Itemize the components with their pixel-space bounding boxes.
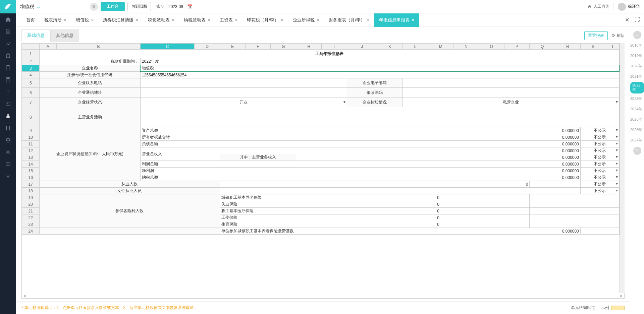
scroll-right-icon[interactable]: ► xyxy=(619,294,624,298)
col-header[interactable]: K xyxy=(377,44,402,50)
cell-group-label[interactable]: 企业资产状况信息(币种：人民币万元) xyxy=(39,127,140,181)
cell[interactable] xyxy=(140,88,347,98)
cell-label[interactable]: 负债总额 xyxy=(140,141,220,147)
tab-企业所得税[interactable]: 企业所得税× xyxy=(288,13,324,27)
col-header[interactable]: E xyxy=(220,44,245,50)
cell[interactable] xyxy=(220,188,580,194)
col-header[interactable]: S xyxy=(580,44,606,50)
cell-label[interactable]: 生育保险 xyxy=(220,221,347,228)
dropdown-public[interactable]: 不公示 xyxy=(580,174,619,181)
cell-label[interactable]: 所有者权益合计 xyxy=(140,134,220,141)
cell[interactable]: 0.000000 xyxy=(220,141,580,147)
nav-chart[interactable] xyxy=(0,38,16,50)
tab-首页[interactable]: 首页 xyxy=(21,13,40,27)
cell[interactable]: 0.000000 xyxy=(220,127,580,134)
cell[interactable]: 0 xyxy=(347,201,530,208)
dropdown-public[interactable]: 不公示 xyxy=(580,147,619,154)
cell-label[interactable]: 利润总额 xyxy=(140,161,220,168)
scroll-left-icon[interactable]: ◄ xyxy=(22,294,27,298)
row-header[interactable]: 22 xyxy=(22,214,40,221)
col-header[interactable]: M xyxy=(428,44,453,50)
cell[interactable] xyxy=(530,181,581,188)
cell[interactable]: 12554585554554656254 xyxy=(140,72,619,78)
cell-label[interactable]: 企业经营状态 xyxy=(39,98,140,107)
row-header[interactable]: 9 xyxy=(22,127,40,134)
year-2022年[interactable]: 2022年 xyxy=(630,82,644,93)
tab-close-icon[interactable]: × xyxy=(172,17,174,23)
nav-bag[interactable] xyxy=(0,50,16,62)
row-header[interactable]: 4 xyxy=(22,72,40,78)
cell[interactable] xyxy=(140,78,347,88)
select-all-corner[interactable] xyxy=(22,44,40,50)
cell-label[interactable]: 企业电子邮箱 xyxy=(347,78,402,88)
subtab-other[interactable]: 其他信息 xyxy=(50,29,79,42)
col-header[interactable]: L xyxy=(402,44,428,50)
cell-label[interactable]: 企业联系电话 xyxy=(39,78,140,88)
row-header[interactable]: 12 xyxy=(22,147,40,154)
year-2019年[interactable]: 2019年 xyxy=(630,51,644,61)
dropdown-holding[interactable]: 私营企业 xyxy=(402,98,619,107)
notes-button[interactable] xyxy=(90,3,98,11)
tab-年报信息申报表[interactable]: 年报信息申报表× xyxy=(374,13,419,27)
switch-old-button[interactable]: 切到旧版 xyxy=(127,2,151,11)
consult-link[interactable]: 人工咨询 xyxy=(587,4,609,9)
reset-report-button[interactable]: 重置报表 xyxy=(584,31,608,40)
cell-label[interactable]: 企业控股情况 xyxy=(347,98,402,107)
row-header[interactable]: 1 xyxy=(22,50,40,58)
cell-label[interactable]: 主营业务活动 xyxy=(39,107,140,127)
company-selector[interactable]: 增值税 ⌄ xyxy=(20,3,87,10)
row-header[interactable]: 2 xyxy=(22,58,40,65)
row-header[interactable]: 5 xyxy=(22,78,40,88)
row-header[interactable]: 15 xyxy=(22,168,40,174)
year-2026年[interactable]: 2026年 xyxy=(630,125,644,135)
subtab-basic[interactable]: 基础信息 xyxy=(21,29,50,42)
cell-label[interactable]: 企业名称 xyxy=(39,65,140,72)
nav-text[interactable] xyxy=(0,86,16,98)
cell[interactable] xyxy=(530,221,620,228)
col-header[interactable]: R xyxy=(555,44,581,50)
tab-纳税波动表[interactable]: 纳税波动表× xyxy=(179,13,215,27)
dropdown-public[interactable]: 不公示 xyxy=(580,141,619,147)
cell-label[interactable]: 工伤保险 xyxy=(220,214,347,221)
cell[interactable]: 税款所属期间： xyxy=(39,58,140,65)
cell[interactable] xyxy=(580,228,619,235)
year-2020年[interactable]: 2020年 xyxy=(630,61,644,71)
row-header[interactable]: 10 xyxy=(22,134,40,141)
cell-label[interactable] xyxy=(39,228,220,235)
cell-label[interactable]: 女性从业人员 xyxy=(39,188,220,194)
row-header[interactable]: 7 xyxy=(22,98,40,107)
row-header[interactable]: 13 xyxy=(22,154,40,161)
cell-label[interactable]: 资产总额 xyxy=(140,127,220,134)
year-prev-button[interactable]: ︿ xyxy=(633,31,641,39)
nav-home[interactable] xyxy=(0,13,16,25)
dropdown-public[interactable]: 不公示 xyxy=(580,161,619,168)
tab-close-icon[interactable]: × xyxy=(208,17,210,23)
tab-所得税汇算清缴[interactable]: 所得税汇算清缴× xyxy=(98,13,143,27)
row-header[interactable]: 24 xyxy=(22,228,40,235)
col-header[interactable]: Q xyxy=(530,44,555,50)
row-header[interactable]: 19 xyxy=(22,194,40,201)
fullscreen-toggle[interactable]: ⛶ xyxy=(633,16,641,24)
dropdown-public[interactable]: 不公示 xyxy=(580,168,619,174)
col-header[interactable]: H xyxy=(296,44,322,50)
cell-label[interactable]: 失业保险 xyxy=(220,201,347,208)
period-value[interactable]: 2023-09 xyxy=(168,4,183,9)
cell[interactable]: 0.000000 xyxy=(296,154,581,161)
dropdown-public[interactable]: 不公示 xyxy=(580,154,619,161)
cell[interactable]: 0 xyxy=(220,181,530,188)
col-header[interactable]: C xyxy=(140,44,194,50)
cell-label[interactable]: 纳税总额 xyxy=(140,174,220,181)
col-header[interactable]: A xyxy=(39,44,57,50)
cell-label[interactable]: 从业人数 xyxy=(39,181,220,188)
cell-label[interactable]: 职工基本医疗保险 xyxy=(220,208,347,214)
cell[interactable] xyxy=(530,214,620,221)
cell[interactable]: 0.000000 xyxy=(220,174,580,181)
cell-label[interactable]: 注册号/统一社会信用代码 xyxy=(39,72,140,78)
dropdown-public[interactable]: 不公示 xyxy=(580,127,619,134)
year-2018年[interactable]: 2018年 xyxy=(630,40,644,51)
cell[interactable]: 0.000000 xyxy=(347,228,580,235)
cell[interactable] xyxy=(530,208,620,214)
refresh-button[interactable]: ⟳ 刷新 xyxy=(612,33,625,39)
nav-clipboard[interactable] xyxy=(0,62,16,74)
nav-doc[interactable] xyxy=(0,25,16,38)
